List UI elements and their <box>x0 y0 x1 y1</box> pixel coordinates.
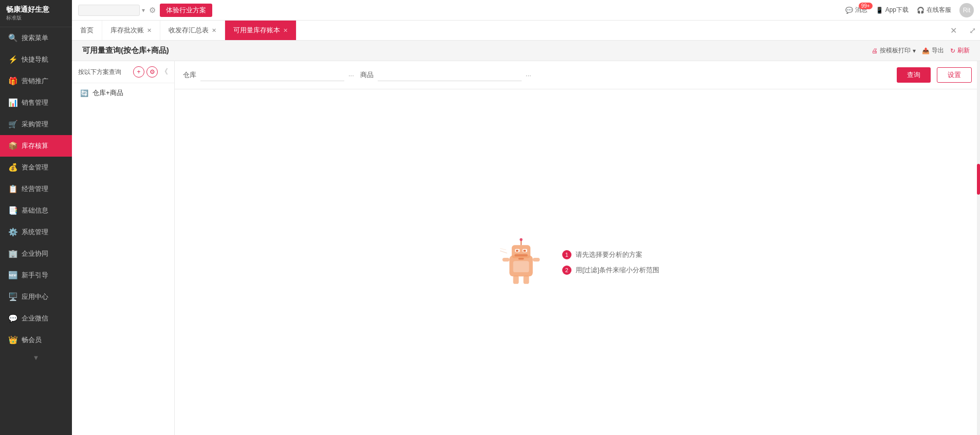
query-button[interactable]: 查询 <box>897 67 931 83</box>
tab-available-qty[interactable]: 可用量库存账本 ✕ <box>225 21 297 40</box>
sidebar-item-label: 企业协同 <box>22 249 48 258</box>
topbar-right: 💬 消息 99+ 📱 App下载 🎧 在线客服 Rit <box>845 3 974 17</box>
warehouse-label: 仓库 <box>183 70 196 80</box>
product-input[interactable] <box>378 69 522 81</box>
filter-panel: 按以下方案查询 + ⚙ 《 🔄 仓库+商品 <box>72 61 175 435</box>
sidebar-logo: 畅康通好生意 标准版 <box>0 0 72 27</box>
chevron-down-icon[interactable]: ▾ <box>142 7 145 14</box>
app-download-button[interactable]: 📱 App下载 <box>876 6 909 14</box>
message-button[interactable]: 💬 消息 99+ <box>845 6 867 14</box>
tip-text-1: 请先选择要分析的方案 <box>576 250 642 259</box>
scrollbar-thumb[interactable] <box>977 164 980 195</box>
filter-add-button[interactable]: + <box>133 66 144 78</box>
empty-illustration <box>495 237 547 288</box>
svg-rect-4 <box>516 250 519 252</box>
sidebar-item-label: 营销推广 <box>22 77 48 86</box>
tab-deposit-summary[interactable]: 收发存汇总表 ✕ <box>160 21 225 40</box>
svg-rect-10 <box>503 257 510 261</box>
headset-icon: 🎧 <box>917 7 924 14</box>
avatar: Rit <box>959 3 974 17</box>
filter-settings-button[interactable]: ⚙ <box>146 66 158 78</box>
svg-point-8 <box>520 238 522 240</box>
crown-icon: 👑 <box>8 335 17 345</box>
sidebar-item-operations[interactable]: 📋 经营管理 <box>0 178 72 200</box>
phone-icon: 📱 <box>876 7 883 14</box>
filter-action-icons: + ⚙ <box>133 66 158 78</box>
print-chevron-icon[interactable]: ▾ <box>913 47 916 54</box>
online-service-button[interactable]: 🎧 在线客服 <box>917 6 951 14</box>
logo-sub: 标准版 <box>6 14 66 22</box>
sidebar-item-label: 企业微信 <box>22 314 48 323</box>
svg-rect-13 <box>523 275 529 283</box>
main-content: ▾ ⚙ 体验行业方案 💬 消息 99+ 📱 App下载 🎧 在线客服 Rit <box>72 0 980 435</box>
sidebar-item-newuser[interactable]: 🆕 新手引导 <box>0 264 72 286</box>
filter-panel-title: 按以下方案查询 <box>78 68 121 77</box>
svg-rect-6 <box>518 257 524 259</box>
export-icon: 📤 <box>922 47 930 54</box>
doc-icon: 📋 <box>8 184 17 194</box>
sidebar-item-system[interactable]: ⚙️ 系统管理 <box>0 221 72 243</box>
svg-rect-11 <box>533 257 540 261</box>
tab-close-icon[interactable]: ✕ <box>212 28 216 33</box>
sidebar-item-apps[interactable]: 🖥️ 应用中心 <box>0 286 72 308</box>
tab-close-icon[interactable]: ✕ <box>147 28 152 33</box>
sidebar-item-label: 搜索菜单 <box>22 33 48 43</box>
industry-solution-button[interactable]: 体验行业方案 <box>160 4 212 17</box>
settings-icon[interactable]: ⚙ <box>149 6 156 15</box>
content-area: 按以下方案查询 + ⚙ 《 🔄 仓库+商品 仓库 ··· <box>72 61 980 435</box>
sidebar-item-marketing[interactable]: 🎁 营销推广 <box>0 70 72 92</box>
topbar: ▾ ⚙ 体验行业方案 💬 消息 99+ 📱 App下载 🎧 在线客服 Rit <box>72 0 980 21</box>
gear-icon: ⚙️ <box>8 228 17 237</box>
gift-icon: 🎁 <box>8 77 17 86</box>
export-button[interactable]: 📤 导出 <box>922 46 944 55</box>
tab-bar: 首页 库存批次账 ✕ 收发存汇总表 ✕ 可用量库存账本 ✕ ✕ ⤢ <box>72 21 980 41</box>
flash-icon: ⚡ <box>8 55 17 64</box>
tip-number-2: 2 <box>562 266 571 275</box>
page-title: 可用量查询(按仓库+商品) <box>82 46 169 55</box>
svg-rect-14 <box>513 261 529 272</box>
sidebar-item-label: 新手引导 <box>22 271 48 280</box>
tab-home[interactable]: 首页 <box>72 21 102 40</box>
tab-close-icon[interactable]: ✕ <box>283 28 288 33</box>
robot-svg <box>495 237 547 288</box>
scrollbar[interactable] <box>977 61 980 435</box>
logo-title: 畅康通好生意 <box>6 5 66 14</box>
sidebar-item-label: 销售管理 <box>22 98 48 107</box>
search-input[interactable] <box>78 5 140 16</box>
search-icon: 🔍 <box>8 33 17 43</box>
filter-item-warehouse-product[interactable]: 🔄 仓库+商品 <box>72 83 174 103</box>
svg-line-16 <box>500 248 506 250</box>
sidebar-scroll: 🔍 搜索菜单 ⚡ 快捷导航 🎁 营销推广 📊 销售管理 🛒 采购管理 📦 库存核… <box>0 27 72 435</box>
filter-item-icon: 🔄 <box>80 89 88 97</box>
sidebar-item-quick-nav[interactable]: ⚡ 快捷导航 <box>0 49 72 70</box>
warehouse-more-icon[interactable]: ··· <box>348 71 354 79</box>
warehouse-input[interactable] <box>200 69 344 81</box>
close-tab-button[interactable]: ✕ <box>946 26 961 35</box>
sidebar-item-sales[interactable]: 📊 销售管理 <box>0 92 72 114</box>
tab-available-qty-label: 可用量库存账本 <box>233 26 280 35</box>
sidebar-item-enterprise[interactable]: 🏢 企业协同 <box>0 243 72 264</box>
user-avatar[interactable]: Rit <box>959 3 974 17</box>
sidebar-item-member[interactable]: 👑 畅会员 <box>0 329 72 351</box>
sidebar-item-inventory[interactable]: 📦 库存核算 <box>0 135 72 157</box>
product-more-icon[interactable]: ··· <box>526 71 531 79</box>
box-icon: 📦 <box>8 141 17 150</box>
money-icon: 💰 <box>8 163 17 172</box>
sidebar-item-wechat[interactable]: 💬 企业微信 <box>0 308 72 329</box>
topbar-search: ▾ <box>78 5 145 16</box>
setting-button[interactable]: 设置 <box>937 67 972 83</box>
sidebar-item-base[interactable]: 📑 基础信息 <box>0 200 72 221</box>
online-service-label: 在线客服 <box>927 6 951 14</box>
sidebar-item-search[interactable]: 🔍 搜索菜单 <box>0 27 72 49</box>
tip-text-2: 用[过滤]条件来缩小分析范围 <box>576 266 659 275</box>
refresh-button[interactable]: ↻ 刷新 <box>950 46 970 55</box>
sidebar-scroll-down[interactable]: ▼ <box>0 351 72 365</box>
print-button[interactable]: 🖨 按模板打印 ▾ <box>872 46 916 55</box>
sidebar-item-finance[interactable]: 💰 资金管理 <box>0 157 72 178</box>
filter-collapse-icon[interactable]: 《 <box>161 67 168 77</box>
sidebar-item-label: 资金管理 <box>22 163 48 172</box>
building-icon: 🏢 <box>8 249 17 258</box>
expand-tabs-button[interactable]: ⤢ <box>965 26 980 35</box>
sidebar-item-purchase[interactable]: 🛒 采购管理 <box>0 114 72 135</box>
tab-batch-account[interactable]: 库存批次账 ✕ <box>102 21 160 40</box>
